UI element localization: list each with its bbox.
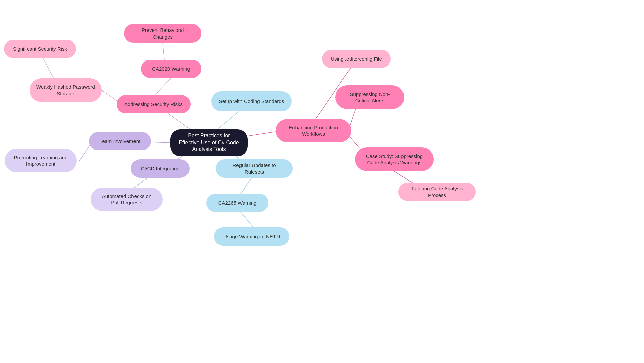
- center-node: Best Practices for Effective Use of C# C…: [170, 129, 248, 156]
- significant-security-risk-node: Significant Security Risk: [4, 40, 76, 58]
- weakly-hashed-password-storage-node: Weakly Hashed Password Storage: [30, 78, 102, 102]
- setup-coding-standards-node: Setup with Coding Standards: [211, 91, 292, 111]
- svg-line-11: [241, 178, 252, 194]
- svg-line-2: [163, 43, 164, 60]
- using-editorconfig-node: Using .editorconfig File: [322, 50, 391, 68]
- svg-line-1: [155, 78, 171, 95]
- svg-line-4: [43, 58, 54, 78]
- ca2265-warning-node: CA2265 Warning: [206, 194, 268, 212]
- svg-line-8: [134, 178, 148, 188]
- svg-line-6: [79, 144, 91, 161]
- prevent-behavioral-changes-node: Prevent Behavioral Changes: [124, 24, 201, 43]
- automated-checks-node: Automated Checks on Pull Requests: [91, 188, 163, 211]
- svg-line-3: [102, 90, 119, 102]
- case-study-suppressing-node: Case Study: Suppressing Code Analysis Wa…: [355, 147, 434, 171]
- promoting-learning-node: Promoting Learning and Improvement: [5, 149, 77, 172]
- enhancing-production-node: Enhancing Production Workflows: [276, 119, 351, 142]
- ca2020-warning-node: CA2020 Warning: [141, 60, 201, 78]
- team-involvement-node: Team Involvement: [89, 132, 151, 150]
- svg-line-12: [241, 212, 253, 227]
- svg-line-13: [248, 132, 276, 136]
- cicd-integration-node: CI/CD Integration: [131, 159, 190, 178]
- addressing-security-risks-node: Addressing Security Risks: [117, 95, 191, 113]
- suppressing-non-critical-node: Suppressing Non-Critical Alerts: [335, 85, 404, 109]
- usage-warning-node: Usage Warning in .NET 9: [214, 227, 289, 246]
- tailoring-code-analysis-node: Tailoring Code Analysis Process: [398, 183, 476, 201]
- regular-updates-node: Regular Updates to Rulesets: [216, 159, 293, 178]
